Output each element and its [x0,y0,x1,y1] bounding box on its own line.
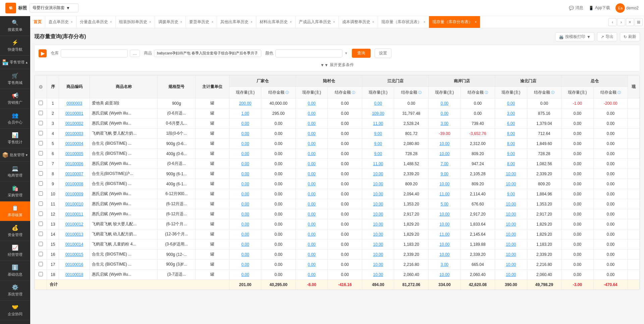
cell-t-qty: 0.00 [561,229,593,239]
refresh-label: 刷新 [628,34,636,40]
cell-c1-amt: 0.00 [261,149,296,159]
cell-t-qty: 0.00 [561,108,593,119]
table-row: 10 00100009 惠氏启赋 (Wyeth illu... 6-12月900… [35,189,640,199]
sidebar-item-basic[interactable]: ℹ️ 基础信息 [0,261,30,281]
sidebar-item-retail[interactable]: 🏪 零售管理 ▲ [0,56,30,69]
sidebar-item-marketing[interactable]: 📢 营销推广 [0,89,30,109]
row-checkbox[interactable] [39,131,43,135]
tab-t4[interactable]: 调拨单历史 × [155,16,186,28]
sidebar-item-member[interactable]: 👥 会员中心 [0,109,30,129]
row-checkbox[interactable] [39,232,43,236]
nav-expand-btn[interactable]: ⊞ [635,18,643,26]
tab-t10[interactable]: 现存量（库存状况表） × [378,16,429,28]
row-checkbox[interactable] [39,181,43,186]
tab-close-icon[interactable]: × [290,20,292,24]
row-checkbox[interactable] [39,222,43,226]
message-action[interactable]: 💬 消息 [569,5,583,11]
row-checkbox[interactable] [39,171,43,176]
sidebar-item-retail-stat[interactable]: 📊 零售统计 [0,129,30,148]
tab-close-icon[interactable]: × [333,20,335,24]
row-checkbox[interactable] [39,111,43,115]
sidebar-item-system[interactable]: ⚙️ 系统管理 [0,281,30,300]
product-input[interactable] [154,50,261,57]
cell-t-amt: 0.00 [593,249,628,260]
tab-close-icon[interactable]: × [180,20,182,24]
color-input[interactable] [275,49,342,57]
row-checkbox[interactable] [39,201,43,206]
sidebar-item-guide[interactable]: 🎯 新手引导 [0,320,30,324]
row-checkbox[interactable] [39,272,43,276]
tab-t5[interactable]: 要货单历史 × [186,16,217,28]
tab-close-icon[interactable]: × [424,20,426,24]
warehouse-ellipsis-btn[interactable]: … [130,50,140,57]
refresh-btn[interactable]: ↻ 刷新 [620,32,640,41]
sidebar-item-wholesale[interactable]: 📦 批发管理 ▼ [0,148,30,162]
cell-extra [628,149,640,159]
sidebar-item-inventory[interactable]: 📋 库存核算 [0,201,30,221]
settings-icon[interactable]: ⚙ [39,84,43,90]
cell-check [35,260,47,270]
cell-c5-amt: 2,339.20 [527,249,561,260]
tab-t6[interactable]: 其他出库单历史 × [217,16,256,28]
row-checkbox[interactable] [39,212,43,216]
tab-t7[interactable]: 材料出库单历史 × [256,16,296,28]
cell-name: 合生元 (BIOSTIME) ... [90,149,158,159]
filter-toggle-btn[interactable]: ▶ [39,49,47,57]
tab-close-icon[interactable]: × [211,20,213,24]
tab-t9[interactable]: 成本调整单历史 × [339,16,378,28]
cell-c4-qty: 3.00 [429,119,461,129]
nav-prev-btn[interactable]: ‹ [608,18,616,26]
row-checkbox[interactable] [39,151,43,155]
expand-filter-btn[interactable]: ▼▼ 展开更多条件 [320,62,354,68]
tab-t3[interactable]: 组装拆卸单历史 × [116,16,155,28]
nav-next-btn[interactable]: › [617,18,625,26]
row-checkbox[interactable] [39,161,43,166]
row-checkbox[interactable] [39,191,43,196]
row-checkbox[interactable] [39,121,43,125]
row-checkbox[interactable] [39,101,43,105]
sidebar-item-finance[interactable]: 💰 资金管理 [0,221,30,241]
row-checkbox[interactable] [39,141,43,145]
nav-close-btn[interactable]: × [626,18,634,26]
cell-c2-qty: 0.00 [296,159,328,169]
tab-close-icon[interactable]: × [475,20,477,24]
tab-close-icon[interactable]: × [71,20,73,24]
th-c1-qty: 现存量(主) [229,87,261,98]
row-checkbox[interactable] [39,252,43,256]
sidebar-item-operation[interactable]: 📈 经营管理 [0,241,30,261]
tab-t11[interactable]: 现存量（库存分布表） × [429,16,480,28]
user-profile[interactable]: Ea demo2 [615,3,639,13]
industry-dropdown[interactable]: 母婴行业演示陈套 ▼ [30,3,78,12]
sidebar-item-label: 经营管理 [8,252,22,257]
cell-name: 飞鹤星飞帆 儿童奶粉 4... [90,239,158,249]
sidebar-item-label: 会员中心 [8,120,22,125]
export-btn[interactable]: ↗ 导出 [597,32,617,41]
warehouse-input[interactable] [61,49,128,57]
tab-home[interactable]: 首页 [30,16,45,28]
search-btn[interactable]: 查询 [352,49,371,58]
tab-close-icon[interactable]: × [110,20,112,24]
tab-t2[interactable]: 分量盘点单历史 × [76,16,116,28]
sidebar-item-purchase[interactable]: 🛍️ 采购管理 [0,182,30,201]
tab-t8[interactable]: 产成品入库单历史 × [296,16,339,28]
sidebar-item-collab[interactable]: 🤝 企业协同 [0,300,30,320]
row-checkbox[interactable] [39,242,43,246]
tab-t1[interactable]: 盘点单历史 × [45,16,76,28]
cell-name: 惠氏启赋 (Wyeth illu... [90,189,158,199]
sidebar-item-ecommerce[interactable]: 💻 电商管理 [0,162,30,182]
cell-code: 0000003 [59,98,90,108]
setting-btn[interactable]: 设置 [375,48,391,58]
print-btn[interactable]: 🖨️ 按模板打印 ▼ [555,32,594,41]
sidebar-item-search[interactable]: 🔍 搜索英单 [0,16,30,36]
tab-close-icon[interactable]: × [149,20,151,24]
cell-c3-amt: 809.20 [394,179,429,189]
sidebar-item-nav[interactable]: ⚡ 快捷导航 [0,36,30,56]
sidebar-item-shop[interactable]: 🛒 零售商城 [0,69,30,89]
app-download-action[interactable]: 📱 App下载 [589,5,610,11]
cell-c5-amt: 712.64 [527,129,561,139]
tab-close-icon[interactable]: × [251,20,253,24]
row-checkbox[interactable] [39,262,43,266]
tab-close-icon[interactable]: × [372,20,374,24]
cell-c2-qty: 0.00 [296,108,328,119]
cell-check [35,249,47,260]
